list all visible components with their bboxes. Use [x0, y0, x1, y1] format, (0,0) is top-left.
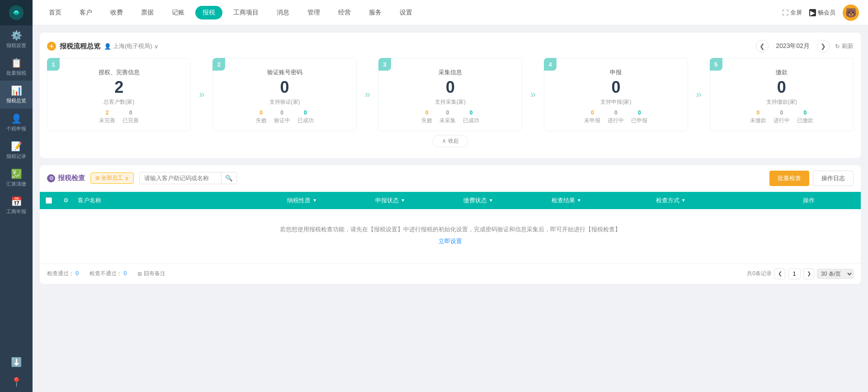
stat-value: 0 [129, 110, 132, 116]
app-logo [0, 0, 33, 25]
collapse-button[interactable]: ∧ 收起 [433, 135, 468, 147]
next-month-button[interactable]: ❯ [817, 40, 830, 53]
flow-steps: 1 授权、完善信息 2 总客户数(家) 2 未完善 0 已完善 [47, 58, 854, 131]
nav-item-invoices[interactable]: 票据 [134, 6, 161, 19]
search-input[interactable] [140, 172, 221, 184]
step-1-title: 授权、完善信息 [53, 68, 185, 76]
collapse-icon: ∧ [442, 138, 446, 144]
refresh-icon: ↻ [835, 43, 840, 50]
check-pass-count[interactable]: 0 [75, 270, 79, 277]
fullscreen-button[interactable]: ⛶ 全屏 [782, 9, 802, 17]
next-page-button[interactable]: ❯ [803, 268, 814, 279]
refresh-button[interactable]: ↻ 刷新 [835, 42, 854, 50]
filter-icon[interactable]: ▼ [401, 198, 405, 203]
search-button[interactable]: 🔍 [221, 172, 236, 184]
step-4-title: 申报 [550, 68, 682, 76]
step-1-number: 1 [47, 58, 60, 71]
sidebar-item-annual-report[interactable]: 📅 工商年报 [0, 191, 33, 219]
nav-item-fees[interactable]: 收费 [103, 6, 130, 19]
prev-page-button[interactable]: ❮ [774, 268, 785, 279]
filter-icon[interactable]: ▼ [577, 198, 581, 203]
arrow-4: » [688, 58, 710, 131]
user-avatar[interactable]: 🐻 [843, 5, 859, 21]
sidebar-item-label: 报税设置 [6, 43, 26, 48]
step-2-stat-1: 0 验证中 [274, 110, 290, 124]
nav-item-operations[interactable]: 经营 [331, 6, 358, 19]
gear-icon[interactable]: ⚙ [63, 197, 69, 204]
step-5-count: 0 [716, 78, 848, 96]
select-all-checkbox[interactable] [46, 197, 52, 204]
pagination: 共0条记录 ❮ ❯ 30 条/页 50 条/页 100 条/页 [747, 268, 854, 279]
sidebar-item-tax-settings[interactable]: ⚙️ 报税设置 [0, 25, 33, 53]
filter-icon: ⊞ [95, 175, 99, 181]
step-4-stat-2: 0 已申报 [631, 110, 647, 124]
nav-item-management[interactable]: 管理 [300, 6, 327, 19]
prev-month-button[interactable]: ❮ [756, 40, 769, 53]
sidebar-item-tax-records[interactable]: 📝 报税记录 [0, 136, 33, 164]
nav-item-services[interactable]: 服务 [362, 6, 389, 19]
arrow-2: » [357, 58, 378, 131]
member-icon: ▶ [809, 9, 816, 16]
content-area: + 报税流程总览 👤 上海(电子税局) ∨ ❮ 2023年02月 ❯ [33, 25, 868, 392]
sidebar-item-label: 工商年报 [6, 209, 26, 215]
step-5-number: 5 [710, 58, 722, 71]
check-fail-count[interactable]: 0 [123, 270, 127, 277]
step-4-stat-1: 0 进行中 [608, 110, 624, 124]
step-2-card: 2 验证账号密码 0 支持验证(家) 0 失败 0 验证中 [212, 58, 356, 131]
sidebar-item-personal-tax[interactable]: 👤 个税申报 [0, 109, 33, 136]
th-gear: ⚙ [58, 192, 74, 208]
step-1-stat-1: 0 已完善 [123, 110, 139, 124]
sidebar-item-location[interactable]: 📍 [0, 372, 33, 392]
filter-icon[interactable]: ▼ [489, 198, 493, 203]
sidebar-item-label: 个税申报 [6, 126, 26, 132]
sidebar-item-batch-tax[interactable]: 📋 批量报税 [0, 53, 33, 81]
step-3-stats: 0 失败 0 未采集 0 已成功 [384, 110, 516, 124]
batch-check-button[interactable]: 批量检查 [769, 171, 809, 186]
step-5-desc: 支持缴款(家) [716, 98, 848, 106]
location-selector[interactable]: 👤 上海(电子税局) ∨ [104, 42, 159, 50]
operation-log-button[interactable]: 操作日志 [813, 171, 854, 186]
page-input[interactable] [788, 268, 801, 279]
top-nav: 首页 客户 收费 票据 记账 报税 工商项目 消息 管理 经营 服务 设置 ⛶ … [33, 0, 868, 25]
nav-item-bookkeeping[interactable]: 记账 [165, 6, 192, 19]
step-2-title: 验证账号密码 [218, 68, 350, 76]
step-5-stat-2: 0 已缴款 [797, 110, 813, 124]
chevron-down-icon: ∨ [154, 43, 159, 50]
nav-items: 首页 客户 收费 票据 记账 报税 工商项目 消息 管理 经营 服务 设置 [42, 6, 782, 19]
employee-filter[interactable]: ⊞ 全部员工 ∨ [90, 172, 134, 184]
th-check-result: 检查结果 ▼ [548, 192, 652, 209]
fullscreen-label: 全屏 [790, 9, 802, 17]
step-2-count: 0 [218, 78, 350, 96]
nav-item-tax[interactable]: 报税 [195, 6, 222, 19]
add-icon: + [47, 42, 56, 51]
nav-item-settings[interactable]: 设置 [392, 6, 420, 19]
setup-link[interactable]: 立即设置 [439, 235, 462, 247]
tax-records-icon: 📝 [11, 141, 22, 152]
check-header: ⊙ 报税检查 ⊞ 全部员工 ∨ 🔍 批量检查 操作日志 [40, 165, 861, 192]
step-4-stat-0: 0 未申报 [584, 110, 600, 124]
step-2-stat-0: 0 失败 [256, 110, 267, 124]
step-1-desc: 总客户数(家) [53, 98, 185, 106]
sidebar-item-download[interactable]: ⬇️ [0, 352, 33, 372]
nav-item-clients[interactable]: 客户 [72, 6, 99, 19]
sidebar-item-settlement[interactable]: 💹 汇算清缴 [0, 164, 33, 191]
location-text: 上海(电子税局) [113, 42, 152, 50]
page-size-select[interactable]: 30 条/页 50 条/页 100 条/页 [817, 269, 854, 279]
step-2-desc: 支持验证(家) [218, 98, 350, 106]
member-button[interactable]: ▶ 畅会员 [809, 9, 835, 17]
annual-report-icon: 📅 [11, 196, 22, 207]
nav-item-messages[interactable]: 消息 [269, 6, 297, 19]
download-icon: ⬇️ [11, 357, 22, 368]
nav-item-business[interactable]: 工商项目 [226, 6, 266, 19]
filter-icon[interactable]: ▼ [681, 198, 686, 203]
sidebar-item-tax-overview[interactable]: 📊 报税总览 [0, 81, 33, 108]
filter-icon[interactable]: ▼ [312, 198, 317, 203]
sidebar: ⚙️ 报税设置 📋 批量报税 📊 报税总览 👤 个税申报 📝 报税记录 💹 汇算… [0, 0, 33, 392]
step-3-title: 采集信息 [384, 68, 516, 76]
th-declare-status: 申报状态 ▼ [372, 192, 460, 209]
step-3-stat-2: 0 已成功 [463, 110, 479, 124]
step-3-count: 0 [384, 78, 516, 96]
nav-item-home[interactable]: 首页 [42, 6, 69, 19]
sidebar-item-label: 报税总览 [6, 98, 26, 104]
th-checkbox [40, 193, 58, 208]
